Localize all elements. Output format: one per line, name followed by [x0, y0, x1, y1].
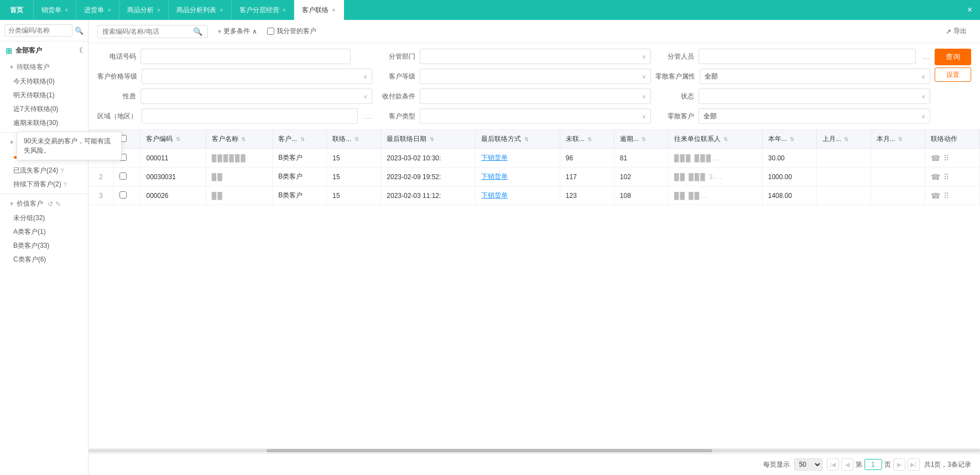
sidebar-item-class-c[interactable]: C类客户(6)	[0, 253, 88, 267]
payment-select[interactable]: ∨	[420, 88, 651, 104]
row-name-1: ██████	[206, 149, 273, 168]
status-select[interactable]: ∨	[698, 88, 930, 104]
sidebar-search-input[interactable]	[4, 24, 72, 36]
tab-customer-tier[interactable]: 客户分层经营 ×	[232, 0, 294, 20]
search-icon[interactable]: 🔍	[193, 27, 202, 36]
action-contact-3[interactable]: ☎	[931, 191, 940, 200]
price-level-select[interactable]: ∨	[142, 69, 372, 84]
tab-close-customer-contact[interactable]: ×	[332, 7, 335, 13]
action-more-2[interactable]: ⠿	[943, 173, 949, 181]
tab-product-analysis[interactable]: 商品分析 ×	[119, 0, 169, 20]
grid-icon: ⊞	[6, 46, 12, 55]
value-refresh-icon[interactable]: ↺	[48, 200, 53, 208]
page-last-btn[interactable]: ▶|	[908, 458, 920, 471]
zero-attr-select[interactable]: 全部 ∨	[700, 69, 930, 84]
tab-sales-order[interactable]: 销货单 ×	[34, 0, 76, 20]
my-customers-checkbox[interactable]	[267, 28, 274, 35]
horizontal-scrollbar[interactable]	[88, 448, 980, 453]
level-label: 客户等级	[377, 72, 415, 81]
tab-close-sales-order[interactable]: ×	[65, 7, 68, 13]
filter-row-3: 性质 ∨ 收付款条件 ∨	[97, 88, 930, 104]
row-last-month-3	[816, 186, 870, 205]
level-arrow: ∨	[642, 74, 646, 80]
payment-label: 收付款条件	[377, 92, 415, 101]
page-prev-btn[interactable]: ◀	[841, 458, 853, 471]
search-input[interactable]	[102, 28, 191, 35]
sidebar-collapse-btn[interactable]: 《	[76, 46, 82, 55]
table-wrap: ⚙ 客户编码 ⇅ 客户名称 ⇅ 客户... ⇅ 联络... ⇅ 最后联络日期 ⇅…	[88, 130, 980, 448]
sidebar-item-tomorrow-pending[interactable]: 明天待联络(1)	[0, 88, 88, 102]
more-conditions-btn[interactable]: ▾ 更多条件 ∧	[213, 24, 262, 38]
main-layout: 🔍 ⊞ 全部客户 《 ▼ 待联络客户 今天待联络(0) 明天待联络(1) 近7天…	[0, 20, 980, 475]
phone-input[interactable]	[140, 49, 351, 64]
sidebar-item-churned[interactable]: 已流失客户(24) ?	[0, 164, 88, 178]
settings-button[interactable]: 设置	[935, 67, 971, 82]
row-3-checkbox[interactable]	[119, 191, 127, 199]
more-conditions-arrow: ∧	[252, 28, 257, 35]
price-level-label: 客户价格等级	[97, 72, 137, 81]
type-select[interactable]: ∨	[420, 108, 651, 124]
region-select[interactable]	[142, 108, 358, 124]
level-select[interactable]: ∨	[420, 69, 651, 84]
action-contact-1[interactable]: ☎	[931, 154, 940, 163]
action-more-3[interactable]: ⠿	[943, 191, 949, 200]
sidebar-item-ungrouped[interactable]: 未分组(32)	[0, 211, 88, 225]
query-button[interactable]: 查询	[935, 49, 971, 65]
page-number-input[interactable]	[864, 459, 882, 470]
sidebar-item-7days-pending[interactable]: 近7天待联络(0)	[0, 102, 88, 116]
row-2-checkbox[interactable]	[119, 173, 127, 180]
tab-purchase-order[interactable]: 进货单 ×	[76, 0, 119, 20]
filter-gender: 性质 ∨	[97, 88, 372, 104]
filter-price-level: 客户价格等级 ∨	[97, 69, 372, 84]
sidebar-item-today-pending[interactable]: 今天待联络(0)	[0, 75, 88, 88]
filter-type: 客户类型 ∨	[377, 108, 651, 124]
zero-customer-select[interactable]: 全部 ∨	[698, 108, 930, 124]
tab-close-product-analysis[interactable]: ×	[157, 7, 160, 13]
row-overdue-3: 108	[614, 186, 668, 205]
page-first-btn[interactable]: |◀	[827, 458, 839, 471]
person-dots[interactable]: …	[922, 52, 930, 61]
tab-close-product-analysis-list[interactable]: ×	[220, 7, 223, 13]
export-button[interactable]: ↗ 导出	[941, 24, 971, 38]
row-year-1: 30.00	[762, 149, 816, 168]
tooltip-churn-warning: 90天未交易的客户，可能有流失风险。	[17, 132, 88, 160]
action-contact-2[interactable]: ☎	[931, 173, 940, 181]
sidebar-search-wrap: 🔍	[0, 20, 88, 41]
row-type-2: B类客户	[273, 168, 327, 186]
filter-panel: 电话号码 分管部门 ∨ 分管人员	[88, 43, 980, 130]
row-last-month-1	[816, 149, 870, 168]
person-select[interactable]	[698, 49, 916, 64]
region-dots[interactable]: …	[364, 112, 372, 121]
churned-help-icon[interactable]: ?	[60, 168, 64, 174]
row-checkbox-3	[113, 186, 140, 205]
declining-help-icon[interactable]: ?	[64, 181, 67, 188]
window-close-button[interactable]: ×	[960, 0, 980, 20]
page-unit: 页	[884, 460, 891, 469]
problem-arrow: ▼	[9, 139, 14, 145]
value-edit-icon[interactable]: ✎	[55, 200, 61, 208]
sidebar-item-class-b[interactable]: B类客户(33)	[0, 239, 88, 253]
dept-select[interactable]: ∨	[420, 49, 651, 64]
gender-select[interactable]: ∨	[140, 88, 372, 104]
row-code-3: 000026	[140, 186, 206, 205]
row-unit-contact-3: ██ ██...	[668, 186, 762, 205]
sidebar-all-customers[interactable]: ⊞ 全部客户 《	[0, 41, 88, 60]
tab-close-customer-tier[interactable]: ×	[283, 7, 286, 13]
row-year-2: 1000.00	[762, 168, 816, 186]
per-page-select[interactable]: 50 100 200	[794, 458, 822, 471]
page-next-btn[interactable]: ▶	[893, 458, 905, 471]
tab-close-purchase-order[interactable]: ×	[107, 7, 111, 13]
sidebar-item-overdue-contact[interactable]: 逾期未联络(30)	[0, 116, 88, 130]
sidebar-group-pending[interactable]: ▼ 待联络客户	[0, 60, 88, 75]
tab-home[interactable]: 首页	[0, 0, 34, 20]
scrollbar-thumb[interactable]	[267, 449, 712, 452]
row-action-1: ☎ ⠿	[925, 149, 979, 168]
sidebar-item-class-a[interactable]: A类客户(1)	[0, 225, 88, 239]
sidebar-item-declining[interactable]: 持续下滑客户(2) ?	[0, 178, 88, 191]
tab-customer-contact[interactable]: 客户联络 ×	[294, 0, 343, 20]
row-year-3: 1408.00	[762, 186, 816, 205]
action-more-1[interactable]: ⠿	[943, 154, 949, 163]
filter-payment: 收付款条件 ∨	[377, 88, 651, 104]
sidebar-group-value-customers[interactable]: ▼ 价值客户 ↺ ✎	[0, 196, 88, 211]
tab-product-analysis-list[interactable]: 商品分析列表 ×	[169, 0, 231, 20]
